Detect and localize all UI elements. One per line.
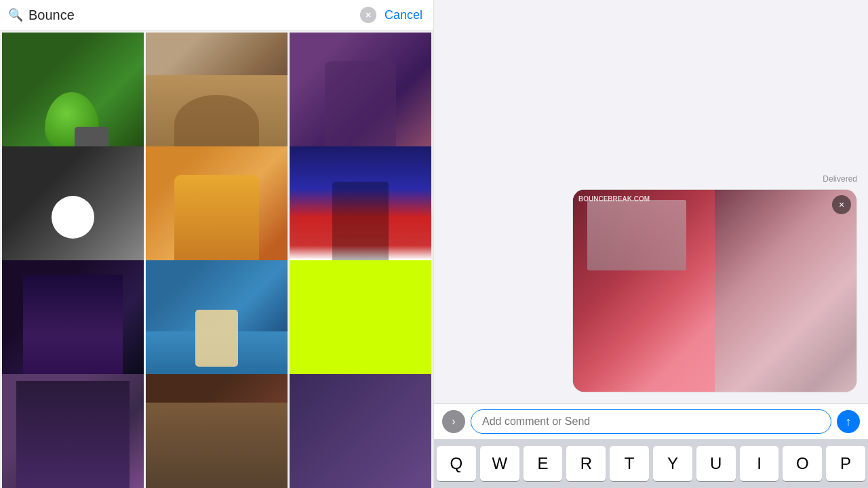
expand-icon: › xyxy=(452,415,455,428)
search-icon: 🔍 xyxy=(8,7,23,22)
send-button[interactable]: ↑ xyxy=(837,410,860,433)
gif-grid: bounce, bounce, stretch BREAK.COM xyxy=(0,30,433,488)
close-gif-button[interactable]: × xyxy=(832,195,851,214)
clear-icon: × xyxy=(366,9,371,20)
close-icon: × xyxy=(839,199,844,210)
delivered-status: Delivered xyxy=(445,174,857,184)
keyboard: Q W E R T Y U I O P xyxy=(434,439,868,488)
gif-search-panel: 🔍 × Cancel bounce, bounce, stretch xyxy=(0,0,434,488)
key-R[interactable]: R xyxy=(566,446,606,481)
gif-item[interactable]: BREAK.COM xyxy=(146,374,288,488)
search-input[interactable] xyxy=(28,7,355,23)
key-P[interactable]: P xyxy=(826,446,865,481)
keyboard-row-1: Q W E R T Y U I O P xyxy=(437,446,865,481)
expand-compose-button[interactable]: › xyxy=(442,410,465,433)
key-U[interactable]: U xyxy=(696,446,736,481)
key-E[interactable]: E xyxy=(524,446,563,481)
cancel-label: Cancel xyxy=(384,8,422,22)
gif-item[interactable] xyxy=(2,374,144,488)
key-W[interactable]: W xyxy=(480,446,519,481)
clear-search-button[interactable]: × xyxy=(360,7,376,23)
key-Y[interactable]: Y xyxy=(653,446,692,481)
key-I[interactable]: I xyxy=(740,446,779,481)
key-Q[interactable]: Q xyxy=(437,446,476,481)
search-bar: 🔍 × Cancel xyxy=(0,0,433,30)
key-O[interactable]: O xyxy=(783,446,822,481)
compose-input[interactable] xyxy=(471,409,831,434)
gif-watermark-overlay: BOUNCEBREAK.COM xyxy=(578,195,650,203)
messages-panel: Delivered BOUNCEBREAK.COM × › ↑ Q xyxy=(434,0,868,488)
sent-gif-bubble[interactable]: BOUNCEBREAK.COM × xyxy=(572,189,857,392)
gif-item[interactable]: COM xyxy=(290,374,431,488)
gif-preview-image: BOUNCEBREAK.COM xyxy=(573,190,856,392)
cancel-button[interactable]: Cancel xyxy=(382,8,425,22)
compose-bar: › ↑ xyxy=(434,403,868,439)
messages-area: Delivered BOUNCEBREAK.COM × xyxy=(434,0,868,403)
send-icon: ↑ xyxy=(846,415,852,429)
key-T[interactable]: T xyxy=(610,446,649,481)
